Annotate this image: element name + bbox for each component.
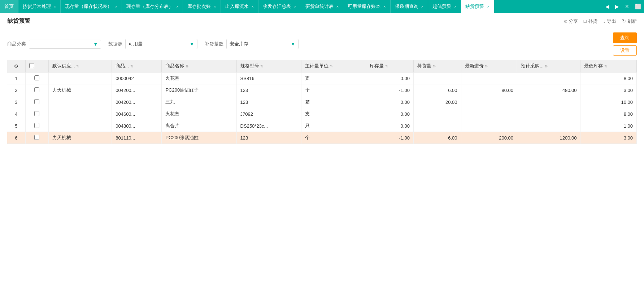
row-spec: 123 <box>236 84 301 96</box>
nav-close[interactable]: ✕ <box>622 4 632 9</box>
tab-flow[interactable]: 出入库流水 × <box>221 0 258 13</box>
restock-arrow-icon: ▼ <box>291 41 295 47</box>
export-button[interactable]: ↓ 导出 <box>603 18 617 25</box>
col-estimated[interactable]: 预计采购... ⇅ <box>517 60 580 72</box>
col-restock[interactable]: 补货量 ⇅ <box>413 60 461 72</box>
replenish-button[interactable]: □ 补货 <box>584 18 597 25</box>
row-price: 200.00 <box>461 132 517 144</box>
restock-value: 安全库存 <box>230 41 248 47</box>
row-spec: SS816 <box>236 72 301 84</box>
restock-filter-group: 补货基数 安全库存 ▼ <box>205 39 299 49</box>
close-tab-picking[interactable]: × <box>54 4 56 9</box>
tab-expiry[interactable]: 保质期查询 × <box>391 0 428 13</box>
row-unit: 支 <box>301 72 366 84</box>
share-button[interactable]: ⎋ 分享 <box>564 18 578 25</box>
table-row: 2 力天机械 004200... PC200油缸缸子 123 个 -1.00 6… <box>7 84 637 96</box>
category-label: 商品分类 <box>7 41 26 47</box>
tab-stock2[interactable]: 现存量（库存分布表） × <box>122 0 183 13</box>
close-tab-demand[interactable]: × <box>336 4 339 9</box>
row-checkbox-cell[interactable] <box>25 72 48 84</box>
query-button[interactable]: 查询 <box>613 32 637 43</box>
col-supplier[interactable]: 默认供应... ⇅ <box>48 60 112 72</box>
settings-button[interactable]: 设置 <box>613 45 637 56</box>
close-tab-expiry[interactable]: × <box>421 4 423 9</box>
datasource-value: 可用量 <box>129 41 143 47</box>
select-all-checkbox[interactable] <box>29 63 34 68</box>
category-select[interactable]: ▼ <box>29 40 101 49</box>
col-spec[interactable]: 规格型号 ⇅ <box>236 60 301 72</box>
row-min-stock: 3.00 <box>580 132 637 144</box>
restock-select[interactable]: 安全库存 ▼ <box>226 39 299 49</box>
datasource-select[interactable]: 可用量 ▼ <box>125 39 197 49</box>
row-name: 三九 <box>162 96 236 108</box>
close-tab-stock2[interactable]: × <box>176 4 178 9</box>
sort-code-icon: ⇅ <box>130 64 133 68</box>
tab-batch[interactable]: 库存批次账 × <box>183 0 221 13</box>
row-unit: 个 <box>301 84 366 96</box>
col-unit[interactable]: 主计量单位 ⇅ <box>301 60 366 72</box>
close-tab-available[interactable]: × <box>383 4 386 9</box>
row-index: 3 <box>7 96 25 108</box>
close-tab-stock1[interactable]: × <box>115 4 117 9</box>
col-name[interactable]: 商品名称 ⇅ <box>162 60 236 72</box>
nav-expand[interactable]: ⬜ <box>632 4 644 9</box>
row-spec: J7092 <box>236 108 301 120</box>
row-name: PC200油缸缸子 <box>162 84 236 96</box>
gear-icon[interactable]: ⚙ <box>14 63 18 69</box>
row-checkbox[interactable] <box>34 75 39 80</box>
row-checkbox-cell[interactable] <box>25 108 48 120</box>
tab-picking[interactable]: 拣货异常处理 × <box>18 0 61 13</box>
close-tab-summary[interactable]: × <box>294 4 296 9</box>
category-filter-group: 商品分类 ▼ <box>7 40 101 49</box>
row-code: 004200... <box>112 96 162 108</box>
nav-prev[interactable]: ◀ <box>602 4 612 9</box>
row-checkbox[interactable] <box>34 87 39 92</box>
refresh-button[interactable]: ↻ 刷新 <box>622 18 637 25</box>
data-table: ⚙ 默认供应... ⇅ 商品... ⇅ 商品名称 ⇅ <box>7 60 637 144</box>
row-checkbox-cell[interactable] <box>25 84 48 96</box>
tab-stock1[interactable]: 现存量（库存状况表） × <box>61 0 122 13</box>
row-unit: 个 <box>301 132 366 144</box>
col-stock[interactable]: 库存量 ⇅ <box>366 60 414 72</box>
tab-overstock[interactable]: 超储预警 × <box>428 0 461 13</box>
row-supplier <box>48 108 112 120</box>
row-supplier: 力天机械 <box>48 132 112 144</box>
row-min-stock: 3.00 <box>580 84 637 96</box>
row-checkbox[interactable] <box>34 111 39 116</box>
close-tab-flow[interactable]: × <box>252 4 254 9</box>
sort-stock-icon: ⇅ <box>385 64 388 68</box>
close-tab-batch[interactable]: × <box>214 4 216 9</box>
col-checkbox <box>25 60 48 72</box>
table-row: 1 0000042 火花塞 SS816 支 0.00 8.00 <box>7 72 637 84</box>
col-min-stock[interactable]: 最低库存 ⇅ <box>580 60 637 72</box>
close-tab-shortage[interactable]: × <box>487 4 489 9</box>
row-checkbox[interactable] <box>34 123 39 128</box>
row-unit: 支 <box>301 108 366 120</box>
row-spec: 123 <box>236 132 301 144</box>
col-code[interactable]: 商品... ⇅ <box>112 60 162 72</box>
row-checkbox-cell[interactable] <box>25 96 48 108</box>
col-settings[interactable]: ⚙ <box>7 60 25 72</box>
col-price[interactable]: 最新进价 ⇅ <box>461 60 517 72</box>
export-icon: ↓ <box>603 18 606 24</box>
tab-demand[interactable]: 要货单统计表 × <box>301 0 343 13</box>
row-checkbox-cell[interactable] <box>25 132 48 144</box>
row-checkbox[interactable] <box>34 99 39 104</box>
tab-home[interactable]: 首页 <box>0 0 18 13</box>
sort-price-icon: ⇅ <box>485 64 488 68</box>
row-supplier: 力天机械 <box>48 84 112 96</box>
row-restock: 20.00 <box>413 96 461 108</box>
row-index: 1 <box>7 72 25 84</box>
table-row: 6 力天机械 801110... PC200张紧油缸 123 个 -1.00 6… <box>7 132 637 144</box>
close-tab-overstock[interactable]: × <box>454 4 456 9</box>
sort-unit-icon: ⇅ <box>330 64 333 68</box>
row-name: 离合片 <box>162 120 236 132</box>
datasource-label: 数据源 <box>108 41 122 47</box>
row-checkbox-cell[interactable] <box>25 120 48 132</box>
nav-next[interactable]: ▶ <box>612 4 622 9</box>
tab-summary[interactable]: 收发存汇总表 × <box>258 0 301 13</box>
row-checkbox[interactable] <box>34 135 39 140</box>
tab-available[interactable]: 可用量库存账本 × <box>343 0 390 13</box>
row-min-stock: 8.00 <box>580 72 637 84</box>
tab-shortage[interactable]: 缺货预警 × <box>461 0 494 13</box>
